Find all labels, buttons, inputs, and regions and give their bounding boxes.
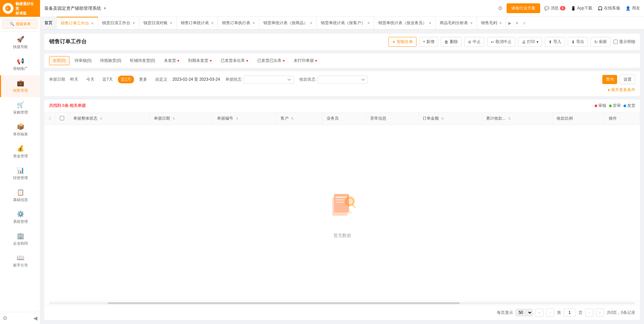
tab-cash-reconcile[interactable]: 钱货日清对账 ✕ bbox=[139, 17, 177, 30]
tab-close-icon[interactable]: ✕ bbox=[429, 21, 431, 25]
tab-close-icon[interactable]: ✕ bbox=[170, 21, 172, 25]
app-download-button[interactable]: 📱 App下载 bbox=[571, 5, 592, 11]
topbar-dropdown-icon[interactable]: ▾ bbox=[104, 6, 106, 11]
sidebar-search-area[interactable]: 🔍 搜索菜单 bbox=[0, 17, 40, 32]
horizontal-scrollbar[interactable] bbox=[44, 301, 640, 305]
tabs-close-all-button[interactable]: ✕ bbox=[513, 17, 521, 30]
sort-status-icon[interactable]: ⇅ bbox=[100, 117, 102, 120]
filter-tab-pending-inspect[interactable]: 待拣验货(0) bbox=[96, 56, 125, 65]
filter-tab-shipped-out[interactable]: 已发货已出库 ● bbox=[254, 56, 289, 65]
sidebar-item-enterprise[interactable]: 🏢 企业协同 bbox=[0, 228, 40, 250]
sidebar-item-marketing[interactable]: 📢 营销推广 bbox=[0, 53, 40, 75]
filter-tab-wangpu[interactable]: 旺铺待发货(0) bbox=[126, 56, 159, 65]
date-btn-yesterday[interactable]: 昨天 bbox=[67, 76, 81, 83]
topbar-gear-icon[interactable]: ⚙ bbox=[498, 5, 503, 11]
review-action-button[interactable]: 审核 bbox=[595, 103, 606, 109]
tab-close-icon[interactable]: ✕ bbox=[367, 21, 370, 25]
data-table: ⠿ 单据整体状态 ⇅ 单据日期 ⇅ 单据编号 bbox=[44, 112, 640, 125]
tab-goods-stats-staff[interactable]: 销货单统计表（按业务员） ✕ bbox=[374, 17, 436, 30]
tab-home[interactable]: 首页 bbox=[40, 17, 57, 30]
filter-settings-button[interactable]: 设置 bbox=[620, 75, 635, 84]
tabs-fullscreen-button[interactable]: ⤢ bbox=[521, 17, 528, 30]
page-number-input[interactable] bbox=[564, 309, 576, 317]
sidebar-item-inventory[interactable]: 📦 库存核算 bbox=[0, 119, 40, 141]
per-page-select[interactable]: 50 10 20 100 bbox=[516, 309, 533, 316]
collapse-icon[interactable]: ◀ bbox=[33, 315, 37, 321]
void-action-button[interactable]: 弃审 bbox=[609, 103, 621, 109]
scroll-thumb[interactable] bbox=[108, 302, 460, 304]
prev-page-button[interactable]: ‹ bbox=[546, 309, 554, 317]
date-btn-7days[interactable]: 近7天 bbox=[99, 76, 116, 83]
filter-tab-pending-review[interactable]: 待审核(0) bbox=[71, 56, 95, 65]
filter-tab-all[interactable]: 全部(0) bbox=[49, 56, 70, 65]
topbar-title: 装备及固定资产辅助管理系统 ▾ bbox=[44, 5, 494, 11]
solution-button[interactable]: 体验行业方案 bbox=[507, 3, 540, 13]
service-button[interactable]: 🎧 在线客服 bbox=[598, 5, 620, 11]
filter-tab-shipped-not-out[interactable]: 已发货未出库 ● bbox=[217, 56, 252, 65]
sidebar-item-purchase[interactable]: 🛒 采购管理 bbox=[0, 97, 40, 119]
sort-date-icon[interactable]: ⇅ bbox=[172, 117, 175, 120]
filter-tab-not-printed[interactable]: 未打印单据 ● bbox=[290, 56, 321, 65]
next-page-button[interactable]: › bbox=[585, 309, 593, 317]
filter-status-select[interactable] bbox=[244, 76, 294, 84]
sidebar-item-sales[interactable]: 💼 销售管理 bbox=[0, 75, 40, 97]
cancel-stop-button[interactable]: ↩ 取消中止 bbox=[487, 37, 515, 47]
tabs-more-button[interactable]: ▶ bbox=[506, 17, 513, 30]
ship-action-button[interactable]: 发货 bbox=[624, 103, 635, 109]
date-btn-more[interactable]: 更多 bbox=[136, 76, 150, 83]
first-page-button[interactable]: « bbox=[535, 309, 544, 317]
new-button[interactable]: + 新增 bbox=[419, 37, 438, 47]
filter-payment-select[interactable] bbox=[317, 76, 368, 84]
tab-goods-profit[interactable]: 商品毛利分析表 ✕ bbox=[436, 17, 477, 30]
show-detail-checkbox[interactable] bbox=[613, 40, 618, 44]
marketing-icon: 📢 bbox=[17, 57, 24, 65]
delete-button[interactable]: 🗑 删除 bbox=[441, 37, 462, 47]
tab-sales-workbench[interactable]: 销售订单工作台 ✕ bbox=[57, 17, 98, 30]
tab-sales-exec[interactable]: 销售订单执行表 ✕ bbox=[218, 17, 259, 30]
filter-tab-expired-not-shipped[interactable]: 到期未发货 ● bbox=[184, 56, 216, 65]
tab-close-icon[interactable]: ✕ bbox=[211, 21, 214, 25]
sidebar-item-quick-nav[interactable]: 🚀 快捷导航 bbox=[0, 32, 40, 53]
sort-number-icon[interactable]: ⇅ bbox=[236, 117, 239, 120]
last-page-button[interactable]: » bbox=[596, 309, 604, 317]
date-btn-today[interactable]: 今天 bbox=[83, 76, 97, 83]
tab-cash-daily[interactable]: 钱货日清工作台 ✕ bbox=[98, 17, 139, 30]
sidebar-item-finance[interactable]: 💰 资金管理 bbox=[0, 141, 40, 163]
ai-generate-button[interactable]: ✦ 智能生单 bbox=[388, 37, 417, 47]
date-btn-1month[interactable]: 近1月 bbox=[118, 76, 134, 83]
search-menu-button[interactable]: 🔍 搜索菜单 bbox=[3, 19, 37, 29]
sidebar-item-guide[interactable]: 📖 新手引导 bbox=[0, 250, 40, 272]
tab-goods-stats-customer[interactable]: 销货单统计表（按客户） ✕ bbox=[317, 17, 374, 30]
tab-sales-profit[interactable]: 销售毛利 ✕ bbox=[477, 17, 506, 30]
export-button[interactable]: ⬇ 导出 bbox=[568, 37, 588, 47]
sidebar-item-system[interactable]: ⚙️ 系统管理 bbox=[0, 206, 40, 228]
tab-close-icon[interactable]: ✕ bbox=[252, 21, 255, 25]
expand-more-button[interactable]: ▾ 展开更多条件 bbox=[608, 87, 635, 93]
settings-bottom-icon[interactable]: ⚙ bbox=[3, 315, 7, 321]
print-button[interactable]: 🖨 打印 ▾ bbox=[518, 37, 542, 47]
user-menu[interactable]: 👤 用友 bbox=[626, 5, 640, 11]
sort-received-icon[interactable]: ⇅ bbox=[508, 117, 511, 120]
topbar: 装备及固定资产辅助管理系统 ▾ ⚙ 体验行业方案 💬 消息 6 📱 App下载 … bbox=[40, 0, 644, 17]
select-all-checkbox[interactable] bbox=[60, 116, 64, 120]
show-detail-checkbox-label[interactable]: 显示明细 bbox=[613, 39, 635, 45]
import-button[interactable]: ⬆ 导入 bbox=[545, 37, 565, 47]
refresh-button[interactable]: ↻ 刷新 bbox=[591, 37, 611, 47]
tab-close-icon[interactable]: ✕ bbox=[132, 21, 135, 25]
sort-customer-icon[interactable]: ⇅ bbox=[291, 117, 294, 120]
date-btn-custom[interactable]: 自定义 bbox=[152, 76, 170, 83]
sort-amount-icon[interactable]: ⇅ bbox=[441, 117, 444, 120]
tab-close-icon[interactable]: ✕ bbox=[499, 21, 502, 25]
message-button[interactable]: 💬 消息 6 bbox=[544, 5, 565, 11]
tab-sales-stats[interactable]: 销售订单统计表 ✕ bbox=[177, 17, 218, 30]
stop-button[interactable]: ⊘ 中止 bbox=[464, 37, 484, 47]
tab-close-icon[interactable]: ✕ bbox=[91, 22, 94, 25]
tab-close-icon[interactable]: ✕ bbox=[310, 21, 312, 25]
search-button[interactable]: 查询 bbox=[602, 75, 617, 84]
th-check[interactable] bbox=[56, 112, 69, 125]
tab-close-icon[interactable]: ✕ bbox=[470, 21, 473, 25]
sidebar-item-basic-info[interactable]: 📋 基础信息 bbox=[0, 185, 40, 206]
filter-tab-not-shipped[interactable]: 未发货 ● bbox=[160, 56, 183, 65]
sidebar-item-operations[interactable]: 📊 经营管理 bbox=[0, 163, 40, 185]
tab-goods-stats-product[interactable]: 销货单统计表（按商品） ✕ bbox=[259, 17, 317, 30]
